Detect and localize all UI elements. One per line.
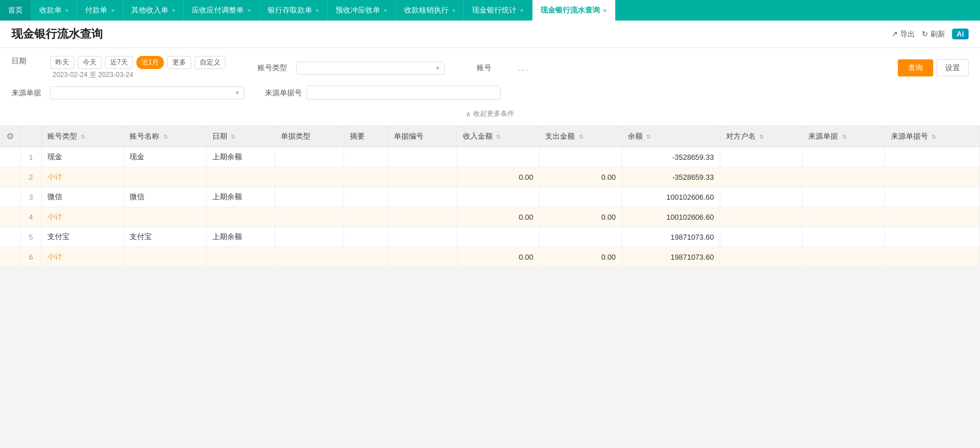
nav-label-cash-bank-flow: 现金银行流水查询 — [541, 5, 600, 15]
col-income[interactable]: 收入金额 ⇅ — [457, 126, 539, 147]
table-cell: 现金 — [41, 147, 124, 167]
close-icon-ar-ap-adjust[interactable]: × — [247, 7, 251, 14]
date-shortcuts: 昨天 今天 近7天 近1月 更多 自定义 — [50, 56, 225, 69]
table-row[interactable]: 6小计0.000.0019871073.60 — [0, 247, 980, 267]
table-cell — [0, 247, 21, 267]
table-cell — [0, 167, 21, 187]
nav-item-ar-ap-adjust[interactable]: 应收应付调整单 × — [184, 0, 259, 21]
table-row[interactable]: 3微信微信上期余额100102606.60 — [0, 187, 980, 207]
source-doc-label: 来源单据 — [11, 88, 46, 98]
date-btn-yesterday[interactable]: 昨天 — [50, 56, 74, 69]
close-icon-receipts[interactable]: × — [65, 7, 68, 14]
nav-item-payments[interactable]: 付款单 × — [77, 0, 123, 21]
table-cell: 支付宝 — [124, 227, 207, 247]
nav-label-ar-ap-adjust: 应收应付调整单 — [192, 5, 244, 15]
close-icon-cash-bank-stats[interactable]: × — [520, 7, 523, 14]
nav-item-advance-offset[interactable]: 预收冲应收单 × — [328, 0, 396, 21]
date-btn-more[interactable]: 更多 — [167, 56, 191, 69]
account-dots-button[interactable]: ... — [515, 63, 531, 73]
source-doc-select[interactable]: ▾ — [50, 86, 244, 99]
col-balance[interactable]: 余额 ⇅ — [622, 126, 720, 147]
table-cell: 微信 — [41, 187, 124, 207]
close-icon-other-income[interactable]: × — [172, 7, 175, 14]
table-cell — [720, 147, 802, 167]
table-cell: 0.00 — [539, 247, 622, 267]
collapse-bar[interactable]: ∧ 收起更多条件 — [11, 106, 969, 121]
table-cell — [0, 147, 21, 167]
date-btn-today[interactable]: 今天 — [78, 56, 102, 69]
close-icon-payments[interactable]: × — [111, 7, 114, 14]
table-cell — [885, 147, 979, 167]
col-source-doc-no[interactable]: 来源单据号 ⇅ — [885, 126, 979, 147]
ai-badge[interactable]: Ai — [952, 29, 969, 39]
nav-item-bank-deposit[interactable]: 银行存取款单 × — [260, 0, 328, 21]
table-cell — [720, 207, 802, 227]
nav-item-receipt-verify[interactable]: 收款核销执行 × — [396, 0, 464, 21]
nav-item-home[interactable]: 首页 — [0, 0, 31, 21]
table-cell — [124, 167, 207, 187]
nav-item-receipts[interactable]: 收款单 × — [31, 0, 77, 21]
nav-item-cash-bank-stats[interactable]: 现金银行统计 × — [464, 0, 532, 21]
page-header: 现金银行流水查询 ↗ 导出 ↻ 刷新 Ai — [0, 21, 980, 48]
col-source-doc[interactable]: 来源单据 ⇅ — [802, 126, 885, 147]
settings-button[interactable]: 设置 — [937, 59, 969, 76]
table-cell: 6 — [21, 247, 41, 267]
nav-label-other-income: 其他收入单 — [131, 5, 168, 15]
collapse-up-icon: ∧ — [466, 110, 471, 118]
header-actions: ↗ 导出 ↻ 刷新 Ai — [892, 29, 969, 39]
table-cell: 19871073.60 — [622, 227, 720, 247]
col-account-type[interactable]: 账号类型 ⇅ — [41, 126, 124, 147]
table-cell — [344, 147, 388, 167]
col-counterparty[interactable]: 对方户名 ⇅ — [720, 126, 802, 147]
date-btn-7days[interactable]: 近7天 — [105, 56, 133, 69]
date-btn-custom[interactable]: 自定义 — [195, 56, 225, 69]
nav-label-receipt-verify: 收款核销执行 — [404, 5, 449, 15]
nav-label-cash-bank-stats: 现金银行统计 — [472, 5, 517, 15]
col-doc-type[interactable]: 单据类型 — [275, 126, 344, 147]
col-doc-no[interactable]: 单据编号 — [388, 126, 457, 147]
table-cell: -3528659.33 — [622, 167, 720, 187]
nav-label-receipts: 收款单 — [39, 5, 62, 15]
table-cell: 上期余额 — [206, 147, 275, 167]
nav-item-cash-bank-flow[interactable]: 现金银行流水查询 × — [533, 0, 615, 21]
col-date[interactable]: 日期 ⇅ — [206, 126, 275, 147]
chevron-down-icon: ▾ — [436, 64, 439, 72]
close-icon-bank-deposit[interactable]: × — [316, 7, 319, 14]
close-icon-receipt-verify[interactable]: × — [452, 7, 455, 14]
table-cell: 4 — [21, 207, 41, 227]
account-label: 账号 — [477, 63, 511, 73]
table-cell — [124, 207, 207, 227]
refresh-button[interactable]: ↻ 刷新 — [922, 29, 945, 39]
table-cell — [275, 227, 344, 247]
table-cell — [539, 227, 622, 247]
table-cell — [124, 247, 207, 267]
query-button[interactable]: 查询 — [898, 59, 933, 76]
filter-area: 日期 昨天 今天 近7天 近1月 更多 自定义 2023-02-24 至 202… — [0, 48, 980, 126]
col-seq — [21, 126, 41, 147]
refresh-label: 刷新 — [930, 29, 945, 39]
table-cell — [0, 187, 21, 207]
gear-icon[interactable]: ⚙ — [6, 131, 14, 141]
col-summary[interactable]: 摘要 — [344, 126, 388, 147]
col-account-name[interactable]: 账号名称 ⇅ — [124, 126, 207, 147]
table-row[interactable]: 5支付宝支付宝上期余额19871073.60 — [0, 227, 980, 247]
source-doc-no-input[interactable] — [306, 86, 501, 100]
table-cell — [802, 147, 885, 167]
table-cell: -3528659.33 — [622, 147, 720, 167]
close-icon-cash-bank-flow[interactable]: × — [603, 7, 607, 14]
nav-item-other-income[interactable]: 其他收入单 × — [123, 0, 184, 21]
date-btn-1month[interactable]: 近1月 — [136, 56, 164, 69]
export-button[interactable]: ↗ 导出 — [892, 29, 915, 39]
table-row[interactable]: 1现金现金上期余额-3528659.33 — [0, 147, 980, 167]
col-expense[interactable]: 支出金额 ⇅ — [539, 126, 622, 147]
account-type-select[interactable]: ▾ — [296, 62, 445, 75]
table-row[interactable]: 2小计0.000.00-3528659.33 — [0, 167, 980, 187]
table-cell: 小计 — [41, 207, 124, 227]
filter-row-source: 来源单据 ▾ 来源单据号 — [11, 86, 969, 100]
col-settings[interactable]: ⚙ — [0, 126, 21, 147]
close-icon-advance-offset[interactable]: × — [384, 7, 387, 14]
table-row[interactable]: 4小计0.000.00100102606.60 — [0, 207, 980, 227]
table-cell — [457, 227, 539, 247]
nav-label-advance-offset: 预收冲应收单 — [336, 5, 380, 15]
table-cell — [0, 227, 21, 247]
